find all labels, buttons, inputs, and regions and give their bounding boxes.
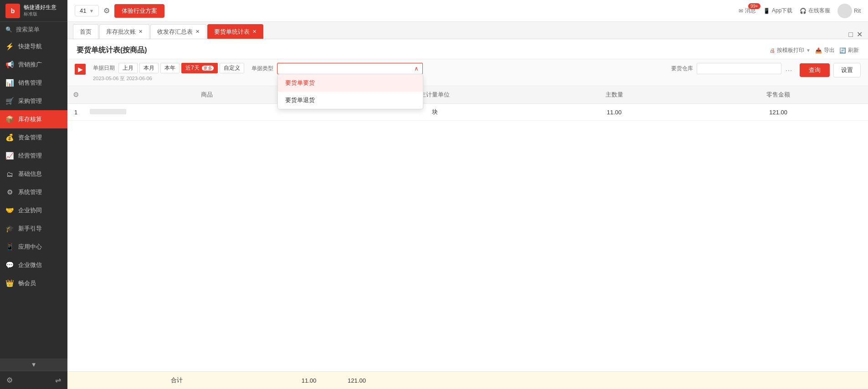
sidebar-item-quick-nav[interactable]: ⚡ 快捷导航 bbox=[0, 37, 67, 56]
topbar: 41 ▼ ⚙ 体验行业方案 ✉ 消息 99+ 📱 App下载 🎧 在线客服 R bbox=[67, 0, 868, 22]
table-body: 1 块 11.00 121.00 bbox=[67, 104, 868, 121]
sidebar-item-operations[interactable]: 📈 经营管理 bbox=[0, 147, 67, 165]
sidebar-nav: ⚡ 快捷导航 📢 营销推广 📊 销售管理 🛒 采购管理 📦 库存核算 💰 资金管… bbox=[0, 37, 67, 358]
tab-close-receive-summary[interactable]: ✕ bbox=[195, 29, 200, 35]
prev-month-btn[interactable]: 上月 bbox=[118, 63, 138, 73]
avatar bbox=[837, 4, 852, 18]
date-range: 2023-05-06 至 2023-06-06 bbox=[93, 75, 152, 82]
dropdown-item-order-goods[interactable]: 要货单要货 bbox=[278, 74, 423, 92]
page-title: 要货单统计表(按商品) bbox=[77, 46, 147, 55]
app-sub: 标准版 bbox=[24, 11, 56, 17]
topbar-left: 41 ▼ ⚙ 体验行业方案 bbox=[75, 4, 739, 18]
table-col-amount: 零售金额 bbox=[688, 86, 868, 104]
export-icon: 📤 bbox=[815, 47, 822, 54]
inventory-icon: 📦 bbox=[5, 115, 14, 123]
filter-expand-btn[interactable]: ▶ bbox=[75, 64, 86, 75]
tab-receive-summary[interactable]: 收发存汇总表 ✕ bbox=[150, 24, 206, 39]
sidebar-item-marketing[interactable]: 📢 营销推广 bbox=[0, 56, 67, 74]
refresh-icon: 🔄 bbox=[839, 47, 846, 54]
service-icon: 🎧 bbox=[800, 8, 806, 14]
page-actions: 🖨 按模板打印 ▼ 📤 导出 🔄 刷新 bbox=[770, 46, 859, 54]
online-service-btn[interactable]: 🎧 在线客服 bbox=[800, 7, 830, 15]
download-icon: 📱 bbox=[763, 8, 770, 14]
date-btns: 上月 本月 本年 近7天 更多 自定义 bbox=[118, 63, 244, 73]
print-icon: 🖨 bbox=[770, 47, 775, 54]
settings-footer-icon[interactable]: ⚙ bbox=[6, 376, 13, 384]
sidebar-item-sales[interactable]: 📊 销售管理 bbox=[0, 74, 67, 92]
footer-amount: 121.00 bbox=[332, 377, 382, 384]
settings-btn[interactable]: 设置 bbox=[833, 63, 861, 77]
purchase-icon: 🛒 bbox=[5, 97, 14, 105]
table-settings-icon[interactable]: ⚙ bbox=[73, 91, 79, 98]
footer-qty: 11.00 bbox=[286, 377, 332, 384]
tabs-close-icon[interactable]: ✕ bbox=[857, 30, 863, 39]
sidebar-item-inventory[interactable]: 📦 库存核算 bbox=[0, 110, 67, 128]
trial-btn[interactable]: 体验行业方案 bbox=[114, 4, 164, 18]
this-year-btn[interactable]: 本年 bbox=[160, 63, 180, 73]
export-btn[interactable]: 📤 导出 bbox=[815, 46, 835, 54]
sidebar-item-member[interactable]: 👑 畅会员 bbox=[0, 274, 67, 292]
sidebar-item-finance[interactable]: 💰 资金管理 bbox=[0, 128, 67, 147]
main-area: 41 ▼ ⚙ 体验行业方案 ✉ 消息 99+ 📱 App下载 🎧 在线客服 R bbox=[67, 0, 868, 389]
operations-icon: 📈 bbox=[5, 152, 14, 160]
row-no: 1 bbox=[67, 104, 84, 121]
search-btn[interactable]: 查询 bbox=[800, 63, 830, 77]
refresh-btn[interactable]: 🔄 刷新 bbox=[839, 46, 859, 54]
message-icon: ✉ bbox=[739, 8, 743, 14]
type-filter-label: 单据类型 bbox=[252, 65, 273, 72]
warehouse-filter-group: 要货仓库 … bbox=[671, 63, 792, 74]
filter-action-btns: 查询 设置 bbox=[800, 63, 861, 77]
sidebar-scroll-down[interactable]: ▼ bbox=[0, 358, 67, 371]
date-filter-group: 单据日期 上月 本月 本年 近7天 更多 自定义 2023-05-06 至 20… bbox=[93, 63, 244, 82]
table-header-row: ⚙ 商品 主计量单位 主数量 零售金额 bbox=[67, 86, 868, 104]
tab-close-order-summary[interactable]: ✕ bbox=[252, 29, 257, 35]
sidebar-item-system[interactable]: ⚙ 系统管理 bbox=[0, 183, 67, 201]
tabs-actions: □ ✕ bbox=[848, 30, 863, 39]
type-filter-group: 单据类型 ∧ 要货单要货 要货单退货 bbox=[252, 63, 664, 74]
type-input[interactable] bbox=[277, 63, 411, 74]
guide-icon: 🎓 bbox=[5, 225, 14, 233]
topbar-settings-icon[interactable]: ⚙ bbox=[103, 6, 110, 15]
sales-icon: 📊 bbox=[5, 79, 14, 87]
search-menu[interactable]: 🔍 搜索菜单 bbox=[0, 22, 67, 37]
print-chevron-icon: ▼ bbox=[806, 48, 811, 53]
print-template-btn[interactable]: 🖨 按模板打印 ▼ bbox=[770, 46, 811, 54]
collapse-icon[interactable]: ⇌ bbox=[55, 376, 61, 384]
product-placeholder bbox=[90, 109, 126, 114]
row-amount: 121.00 bbox=[688, 104, 868, 121]
sidebar-item-wechat[interactable]: 💬 企业微信 bbox=[0, 256, 67, 274]
data-table: ⚙ 商品 主计量单位 主数量 零售金额 1 块 bbox=[67, 86, 868, 121]
user-profile[interactable]: Rit bbox=[837, 4, 861, 18]
warehouse-input[interactable] bbox=[697, 63, 781, 74]
tabs-maximize-icon[interactable]: □ bbox=[848, 31, 853, 39]
type-chevron-icon[interactable]: ∧ bbox=[411, 63, 422, 74]
enterprise-icon: 🤝 bbox=[5, 206, 14, 215]
sidebar-item-enterprise[interactable]: 🤝 企业协同 bbox=[0, 201, 67, 220]
table-col-settings: ⚙ bbox=[67, 86, 84, 104]
sidebar-header: b 畅捷通好生意 标准版 bbox=[0, 0, 67, 22]
last7days-btn[interactable]: 近7天 更多 bbox=[181, 63, 218, 73]
sidebar-item-purchase[interactable]: 🛒 采购管理 bbox=[0, 92, 67, 110]
selector-chevron-icon: ▼ bbox=[89, 8, 94, 14]
page-title-bar: 要货单统计表(按商品) 🖨 按模板打印 ▼ 📤 导出 🔄 刷新 bbox=[67, 39, 868, 59]
custom-date-btn[interactable]: 自定义 bbox=[220, 63, 244, 73]
tabs-bar: 首页 库存批次账 ✕ 收发存汇总表 ✕ 要货单统计表 ✕ □ ✕ bbox=[67, 22, 868, 39]
tab-batch-stock[interactable]: 库存批次账 ✕ bbox=[99, 24, 149, 39]
footer-label: 合计 bbox=[67, 376, 286, 384]
app-logo: b bbox=[5, 4, 20, 18]
sidebar-item-basics[interactable]: 🗂 基础信息 bbox=[0, 165, 67, 183]
finance-icon: 💰 bbox=[5, 133, 14, 142]
dropdown-item-order-return[interactable]: 要货单退货 bbox=[278, 92, 423, 109]
sidebar-item-apps[interactable]: 📱 应用中心 bbox=[0, 238, 67, 256]
tab-order-summary[interactable]: 要货单统计表 ✕ bbox=[207, 24, 263, 39]
messages-btn[interactable]: ✉ 消息 99+ bbox=[739, 7, 756, 15]
table-footer: 合计 11.00 121.00 bbox=[67, 371, 868, 389]
tab-home[interactable]: 首页 bbox=[73, 24, 98, 39]
warehouse-more-icon[interactable]: … bbox=[785, 65, 792, 73]
quick-nav-icon: ⚡ bbox=[5, 42, 14, 51]
tenant-selector[interactable]: 41 ▼ bbox=[75, 5, 99, 16]
sidebar-item-guide[interactable]: 🎓 新手引导 bbox=[0, 220, 67, 238]
tab-close-batch-stock[interactable]: ✕ bbox=[139, 29, 143, 35]
app-download-btn[interactable]: 📱 App下载 bbox=[763, 7, 792, 15]
this-month-btn[interactable]: 本月 bbox=[139, 63, 159, 73]
